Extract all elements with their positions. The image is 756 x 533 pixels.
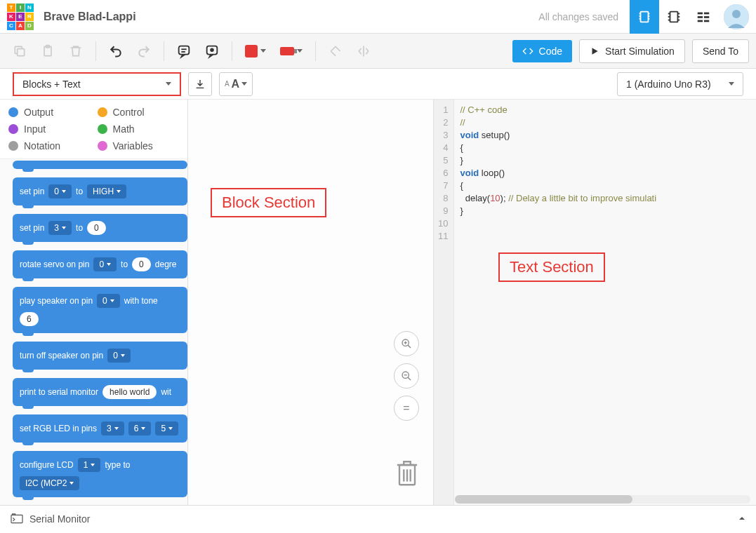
wire-color-picker[interactable] (239, 42, 272, 60)
category-notation[interactable]: Notation (8, 140, 91, 151)
send-to-button[interactable]: Send To (692, 39, 749, 63)
paste-button[interactable] (35, 39, 60, 64)
block-item[interactable]: set pin0 toHIGH (13, 177, 187, 205)
svg-rect-14 (698, 12, 703, 14)
zoom-in-button[interactable] (394, 331, 419, 356)
block-item[interactable]: set pin3 to0 (13, 214, 187, 242)
code-button[interactable]: Code (512, 40, 572, 62)
copy-button[interactable] (7, 39, 32, 64)
tinkercad-logo[interactable]: TIN KER CAD (7, 4, 34, 30)
annotation-block-section: Block Section (211, 188, 326, 217)
svg-line-36 (408, 377, 411, 380)
code-sub-toolbar: Blocks + Text AA 1 (Arduino Uno R3) (0, 69, 756, 100)
block-item[interactable]: turn off speaker on pin0 (13, 342, 187, 370)
code-mode-dropdown[interactable]: Blocks + Text (13, 72, 181, 96)
svg-rect-17 (704, 16, 709, 18)
svg-line-32 (408, 345, 411, 348)
svg-marker-30 (592, 48, 598, 54)
view-schematic-icon[interactable] (659, 0, 689, 34)
svg-rect-42 (11, 515, 22, 522)
block-item[interactable] (13, 161, 187, 169)
redo-button[interactable] (131, 39, 157, 64)
category-control[interactable]: Control (98, 107, 180, 118)
zoom-fit-button[interactable]: = (394, 396, 419, 421)
board-select-dropdown[interactable]: 1 (Arduino Uno R3) (617, 72, 743, 96)
svg-rect-43 (13, 513, 15, 515)
trash-icon[interactable] (394, 457, 420, 491)
save-status: All changes saved (538, 11, 618, 22)
view-components-icon[interactable] (689, 0, 718, 34)
svg-marker-44 (739, 517, 745, 520)
svg-point-21 (732, 10, 741, 18)
sim-button-label: Start Simulation (605, 46, 675, 57)
board-label: 1 (Arduino Uno R3) (626, 79, 711, 90)
download-code-button[interactable] (188, 72, 212, 96)
serial-monitor-icon (10, 513, 24, 525)
category-input[interactable]: Input (8, 123, 91, 135)
block-item[interactable]: play speaker on pin0 with tone6 (13, 287, 187, 333)
chevron-down-icon (166, 82, 171, 86)
user-avatar[interactable] (724, 4, 749, 29)
block-item[interactable]: print to serial monitorhello worldwit (13, 378, 187, 406)
blocks-list[interactable]: set pin0 toHIGH set pin3 to0rotate servo… (0, 159, 187, 505)
block-item[interactable]: configure LCD1 type toI2C (MCP2 (13, 451, 187, 497)
serial-monitor-label[interactable]: Serial Monitor (29, 513, 90, 525)
footer-bar: Serial Monitor (0, 505, 756, 532)
view-circuit-icon[interactable] (630, 0, 659, 34)
chevron-down-icon (729, 82, 734, 86)
code-button-label: Code (539, 46, 562, 57)
svg-rect-16 (698, 16, 703, 18)
block-palette: OutputControlInputMathNotationVariables … (0, 100, 188, 505)
line-gutter: 1234567891011 (434, 100, 454, 505)
notes-button[interactable] (171, 39, 197, 64)
mode-label: Blocks + Text (22, 79, 81, 90)
code-content[interactable]: // C++ code//void setup(){}void loop(){ … (454, 100, 662, 505)
delete-button[interactable] (63, 39, 88, 64)
toggle-notes-button[interactable] (199, 39, 225, 64)
rotate-button[interactable] (323, 39, 348, 64)
workspace-canvas: Block Section = 1234567891011 // C++ cod… (188, 100, 756, 505)
svg-rect-19 (704, 20, 709, 22)
category-math[interactable]: Math (98, 123, 180, 135)
zoom-out-button[interactable] (394, 363, 419, 389)
start-simulation-button[interactable]: Start Simulation (579, 39, 685, 63)
category-variables[interactable]: Variables (98, 140, 180, 151)
font-size-button[interactable]: AA (219, 72, 253, 96)
block-categories: OutputControlInputMathNotationVariables (0, 100, 187, 159)
svg-rect-7 (670, 11, 678, 22)
block-item[interactable]: set RGB LED in pins3 6 5 (13, 414, 187, 443)
block-canvas[interactable]: Block Section = (188, 100, 433, 505)
category-output[interactable]: Output (8, 107, 91, 118)
svg-rect-18 (698, 20, 703, 22)
component-type-picker[interactable] (274, 44, 308, 58)
main-toolbar: Code Start Simulation Send To (0, 34, 756, 69)
block-item[interactable]: rotate servo on pin0 to0degre (13, 250, 187, 278)
expand-up-icon[interactable] (738, 513, 746, 525)
annotation-text-section: Text Section (498, 252, 605, 282)
project-title[interactable]: Brave Blad-Lappi (44, 11, 136, 23)
svg-rect-22 (18, 48, 25, 55)
code-editor[interactable]: 1234567891011 // C++ code//void setup(){… (433, 100, 756, 505)
undo-button[interactable] (103, 39, 128, 64)
main-area: OutputControlInputMathNotationVariables … (0, 100, 756, 505)
svg-rect-0 (641, 11, 649, 22)
mirror-button[interactable] (351, 39, 376, 64)
svg-point-29 (211, 48, 213, 51)
svg-rect-15 (704, 12, 709, 14)
horizontal-scrollbar[interactable] (455, 495, 750, 504)
top-header: TIN KER CAD Brave Blad-Lappi All changes… (0, 0, 756, 34)
svg-rect-25 (179, 46, 190, 54)
